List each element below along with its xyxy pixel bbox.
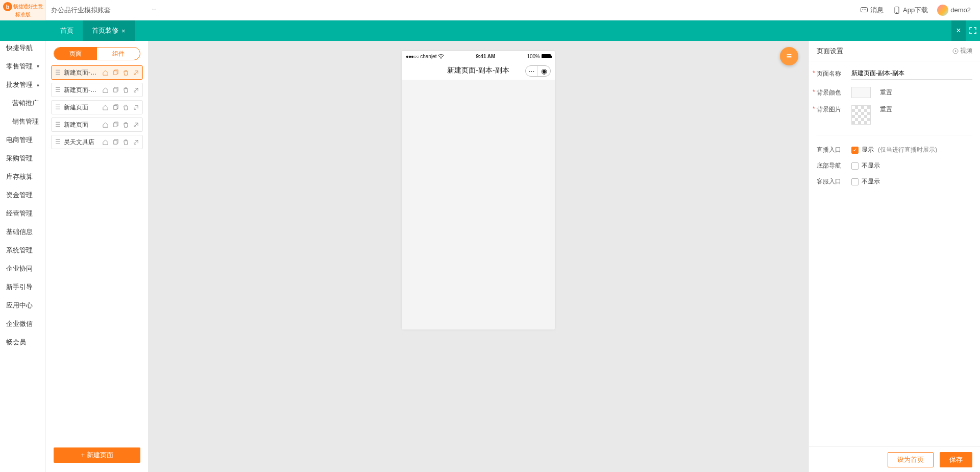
page-item[interactable]: ☰ 新建页面 [51,117,143,132]
svg-rect-9 [113,123,117,126]
sidebar-item-member[interactable]: 畅会员 [0,333,45,351]
delete-icon[interactable] [122,69,129,76]
sidebar-item-wechat[interactable]: 企业微信 [0,315,45,333]
new-page-button[interactable]: + 新建页面 [54,447,140,463]
svg-point-5 [896,12,897,13]
components-fab[interactable]: ≡ [780,47,798,65]
open-icon[interactable] [132,86,139,93]
drag-handle-icon[interactable]: ☰ [55,86,61,93]
drag-handle-icon[interactable]: ☰ [55,69,61,76]
sidebar-item-funds[interactable]: 资金管理 [0,186,45,204]
sidebar-item-ecommerce[interactable]: 电商管理 [0,131,45,149]
tab-decorate[interactable]: 首页装修 × [83,20,135,41]
workspace-tabs: 首页 首页装修 × × [0,20,980,41]
tab-home[interactable]: 首页 [51,20,83,41]
cs-label: 不显示 [862,177,880,186]
fullscreen-button[interactable] [966,20,980,41]
home-icon[interactable] [102,69,109,76]
live-hint: (仅当进行直播时展示) [878,146,937,154]
bgimg-swatch[interactable] [851,105,871,125]
bgimg-reset[interactable]: 重置 [880,105,892,114]
sidebar-item-wholesale[interactable]: 批发管理▲ [0,76,45,94]
main: 首页 首页装修 × × 页面 组件 [46,20,980,472]
bgcolor-reset[interactable]: 重置 [880,88,892,97]
copy-icon[interactable] [112,104,119,111]
brand-name: 畅捷通好生意 [13,3,42,10]
page-list: ☰ 新建页面-副本… ☰ 新建页面-副本 [46,65,148,149]
segment-component[interactable]: 组件 [97,48,140,60]
page-item[interactable]: ☰ 昊天文具店 [51,135,143,149]
copy-icon[interactable] [112,69,119,76]
brand-logo[interactable]: b 畅捷通好生意 标准版 [0,0,46,20]
sidebar-item-purchase[interactable]: 采购管理 [0,149,45,168]
home-icon[interactable] [102,86,109,93]
chevron-down-icon: ﹀ [152,7,157,14]
open-icon[interactable] [132,104,139,111]
sidebar-item-basicinfo[interactable]: 基础信息 [0,223,45,241]
video-help-link[interactable]: 视频 [952,46,972,55]
delete-icon[interactable] [122,104,129,111]
svg-point-1 [862,9,863,10]
phone-preview: ●●●○○ chanjet 9:41 AM 100% [402,51,555,329]
battery-icon [542,54,551,58]
open-icon[interactable] [132,138,139,146]
settings-title: 页面设置 [817,46,843,56]
page-name-input[interactable] [851,67,972,80]
avatar-icon [937,5,948,16]
topbar: b 畅捷通好生意 标准版 办公品行业模拟账套 ﹀ 消息 App下载 demo2 [0,0,980,20]
home-icon[interactable] [102,104,109,111]
battery-percent: 100% [527,54,540,59]
delete-icon[interactable] [122,86,129,93]
live-show-checkbox[interactable]: ✓ [851,147,859,154]
close-icon[interactable]: × [121,27,126,35]
segment-page[interactable]: 页面 [54,48,97,60]
page-item[interactable]: ☰ 新建页面-副本… [51,65,143,80]
svg-point-11 [441,58,442,59]
target-icon[interactable]: ◉ [538,66,550,76]
drag-handle-icon[interactable]: ☰ [55,104,61,111]
sidebar-item-marketing[interactable]: 营销推广 [0,94,45,112]
bgcolor-swatch[interactable] [851,87,871,98]
save-button[interactable]: 保存 [940,452,972,467]
open-icon[interactable] [132,121,139,128]
user-menu[interactable]: demo2 [937,5,971,16]
drag-handle-icon[interactable]: ☰ [55,121,61,128]
expand-icon [969,27,976,34]
set-home-button[interactable]: 设为首页 [888,452,934,467]
preview-canvas: ●●●○○ chanjet 9:41 AM 100% [148,41,808,472]
copy-icon[interactable] [112,138,119,146]
svg-point-3 [865,9,866,10]
messages-link[interactable]: 消息 [860,6,884,15]
delete-icon[interactable] [122,138,129,146]
more-icon[interactable]: ··· [526,66,538,76]
drag-handle-icon[interactable]: ☰ [55,138,61,146]
sidebar-item-retail[interactable]: 零售管理▼ [0,57,45,76]
sidebar-item-quicknav[interactable]: 快捷导航 [0,39,45,57]
sidebar-item-inventory[interactable]: 库存核算 [0,168,45,186]
delete-icon[interactable] [122,121,129,128]
app-download-link[interactable]: App下载 [893,6,928,15]
sidebar-item-system[interactable]: 系统管理 [0,241,45,259]
close-all-button[interactable]: × [951,20,966,41]
company-selector[interactable]: 办公品行业模拟账套 ﹀ [51,6,157,15]
sidebar-item-operation[interactable]: 经营管理 [0,204,45,223]
home-icon[interactable] [102,121,109,128]
copy-icon[interactable] [112,86,119,93]
home-icon[interactable] [102,138,109,146]
miniprogram-capsule[interactable]: ··· ◉ [525,65,551,77]
sidebar-item-sales[interactable]: 销售管理 [0,112,45,131]
sidebar-item-newbie[interactable]: 新手引导 [0,278,45,296]
sidebar-item-appstore[interactable]: 应用中心 [0,296,45,315]
bottomnav-checkbox[interactable] [851,162,859,170]
page-item[interactable]: ☰ 新建页面 [51,100,143,114]
page-item[interactable]: ☰ 新建页面-副本 [51,83,143,97]
carrier-label: chanjet [420,54,436,59]
copy-icon[interactable] [112,121,119,128]
signal-dots-icon: ●●●○○ [406,54,419,59]
tab-label: 首页装修 [92,26,118,35]
sidebar-item-collab[interactable]: 企业协同 [0,259,45,278]
cs-checkbox[interactable] [851,178,859,185]
open-icon[interactable] [132,69,139,76]
wifi-icon [438,54,444,59]
svg-rect-8 [113,105,117,109]
